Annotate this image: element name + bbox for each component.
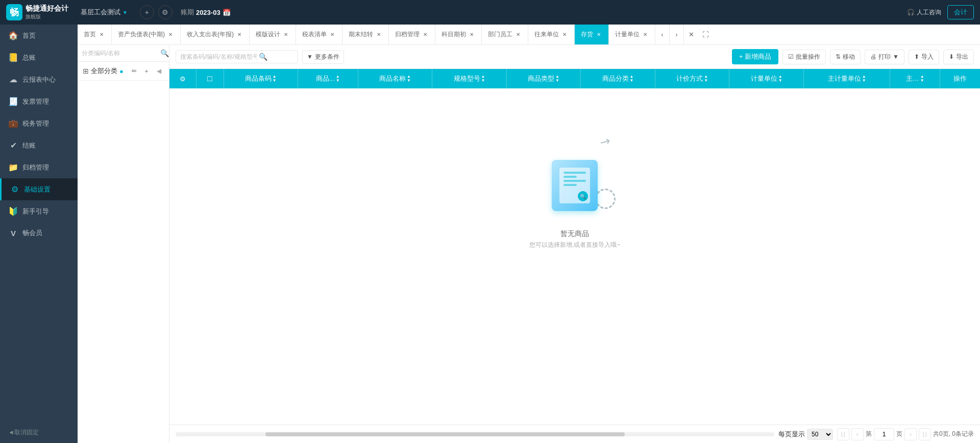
per-page-selector: 每页显示 50 10 20 100 <box>778 429 833 440</box>
sidebar-label-member: 畅会员 <box>22 228 42 238</box>
horizontal-scrollbar[interactable] <box>176 432 774 436</box>
sidebar-item-member[interactable]: V 畅会员 <box>0 222 78 244</box>
sidebar-item-cloud-report[interactable]: ☁ 云报表中心 <box>0 68 78 90</box>
sort-type-icon: ▲▼ <box>555 75 559 83</box>
import-label: 导入 <box>921 53 934 61</box>
all-categories[interactable]: ⊞ 全部分类 ● ✏ ＋ ◀ <box>78 62 169 81</box>
col-unit[interactable]: 计量单位 ▲▼ <box>729 69 804 88</box>
tab-expand-button[interactable]: ⛶ <box>698 25 713 45</box>
col-name[interactable]: 商品名称 ▲▼ <box>358 69 432 88</box>
tab-balance-sheet-close[interactable]: ✕ <box>167 31 174 38</box>
tab-prev-button[interactable]: ‹ <box>655 25 670 45</box>
per-page-dropdown[interactable]: 50 10 20 100 <box>807 429 833 440</box>
sidebar-item-home[interactable]: 🏠 首页 <box>0 25 78 46</box>
col-spec[interactable]: 规格型号 ▲▼ <box>432 69 507 88</box>
main-search-input[interactable] <box>180 53 257 60</box>
tab-dept-employee[interactable]: 部门员工 ✕ <box>482 25 528 44</box>
sidebar-label-close-account: 结账 <box>22 141 36 150</box>
category-search-icon[interactable]: 🔍 <box>160 49 169 57</box>
tab-tax-list-close[interactable]: ✕ <box>329 31 336 38</box>
workspace-selector[interactable]: 基层工会测试 ▼ <box>77 6 132 19</box>
sidebar-item-tax[interactable]: 💼 税务管理 <box>0 112 78 134</box>
archive-icon: 📁 <box>8 162 18 172</box>
more-filter-button[interactable]: ▼ 更多条件 <box>302 50 344 64</box>
print-button[interactable]: 🖨 打印 ▼ <box>865 50 904 64</box>
col-extra[interactable]: 主… ▲▼ <box>890 69 940 88</box>
settings-icon-btn[interactable]: ⚙ <box>158 5 173 19</box>
tab-archive[interactable]: 归档管理 ✕ <box>389 25 435 44</box>
tab-unit[interactable]: 计量单位 ✕ <box>609 25 655 44</box>
tab-next-button[interactable]: › <box>670 25 684 45</box>
tab-inventory-label: 存货 <box>581 30 593 39</box>
tab-balance-sheet[interactable]: 资产负债表(中期) ✕ <box>112 25 181 44</box>
sidebar-item-basic-settings[interactable]: ⚙ 基础设置 <box>0 178 78 200</box>
tab-vendor-close[interactable]: ✕ <box>561 31 568 38</box>
total-records-label: 共0页, 0条记录 <box>933 430 974 438</box>
export-button[interactable]: ⬇ 导出 <box>943 50 974 64</box>
period-calendar-icon[interactable]: 📅 <box>223 9 231 16</box>
category-search-input[interactable] <box>82 50 158 57</box>
import-button[interactable]: ⬆ 导入 <box>909 50 939 64</box>
move-label: 移动 <box>843 53 855 61</box>
add-category-button[interactable]: ＋ <box>141 66 152 76</box>
tab-income-report-close[interactable]: ✕ <box>236 31 243 38</box>
col-checkbox[interactable]: ☐ <box>197 69 224 88</box>
guide-icon: 🔰 <box>8 206 18 216</box>
tab-archive-close[interactable]: ✕ <box>422 31 429 38</box>
account-button[interactable]: 会计 <box>947 5 974 19</box>
tab-period-transfer-close[interactable]: ✕ <box>375 31 382 38</box>
move-button[interactable]: ⇅ 移动 <box>830 50 861 64</box>
tab-subject-init[interactable]: 科目期初 ✕ <box>435 25 482 44</box>
col-category[interactable]: 商品分类 ▲▼ <box>581 69 655 88</box>
tab-vendor[interactable]: 往来单位 ✕ <box>528 25 575 44</box>
sidebar-item-guide[interactable]: 🔰 新手引导 <box>0 200 78 222</box>
sidebar-item-close-account[interactable]: ✔ 结账 <box>0 134 78 156</box>
consultant-button[interactable]: 🎧 人工咨询 <box>907 8 941 17</box>
next-page-button[interactable]: › <box>904 428 917 440</box>
last-page-button[interactable]: ⟩⟩ <box>919 428 931 440</box>
sidebar-item-invoice[interactable]: 🧾 发票管理 <box>0 90 78 112</box>
batch-ops-label: 批量操作 <box>796 53 820 61</box>
tab-subject-init-close[interactable]: ✕ <box>468 31 475 38</box>
sort-unit-icon: ▲▼ <box>778 75 782 83</box>
tab-period-transfer[interactable]: 期末结转 ✕ <box>342 25 389 44</box>
main-search-box: 🔍 <box>176 50 298 63</box>
col-pricing[interactable]: 计价方式 ▲▼ <box>655 69 729 88</box>
tab-home[interactable]: 首页 ✕ <box>78 25 112 44</box>
col-barcode[interactable]: 商品条码 ▲▼ <box>224 69 298 88</box>
empty-illustration: ↗ <box>524 129 626 221</box>
tab-template-design-close[interactable]: ✕ <box>282 31 289 38</box>
tab-tax-list[interactable]: 税表清单 ✕ <box>296 25 342 44</box>
tab-home-close[interactable]: ✕ <box>98 31 105 38</box>
tab-close-all-button[interactable]: ✕ <box>684 25 698 45</box>
collapse-panel-button[interactable]: ◀ <box>154 66 164 76</box>
first-page-button[interactable]: ⟨⟨ <box>837 428 849 440</box>
add-button[interactable]: + <box>140 5 154 19</box>
tab-template-design[interactable]: 模版设计 ✕ <box>250 25 296 44</box>
add-product-label: + 新增商品 <box>739 52 771 61</box>
tab-dept-employee-close[interactable]: ✕ <box>514 31 522 38</box>
sidebar-item-archive[interactable]: 📁 归档管理 <box>0 156 78 178</box>
col-main-unit[interactable]: 主计量单位 ▲▼ <box>803 69 890 88</box>
batch-ops-button[interactable]: ☑ 批量操作 <box>782 50 826 64</box>
prev-page-button[interactable]: ‹ <box>851 428 864 440</box>
col-settings[interactable]: ⚙ <box>169 69 197 88</box>
tab-inventory-close[interactable]: ✕ <box>595 31 602 38</box>
workspace-dropdown-icon: ▼ <box>122 10 128 15</box>
sidebar-item-ledger[interactable]: 📒 总账 <box>0 46 78 68</box>
tab-unit-close[interactable]: ✕ <box>642 31 649 38</box>
page-number-input[interactable] <box>874 428 894 440</box>
add-product-button[interactable]: + 新增商品 <box>732 49 778 64</box>
edit-category-button[interactable]: ✏ <box>129 66 139 76</box>
col-type[interactable]: 商品类型 ▲▼ <box>506 69 581 88</box>
empty-desc: 您可以选择新增,或者直接导入哦~ <box>529 241 620 249</box>
tab-inventory[interactable]: 存货 ✕ <box>575 25 609 44</box>
sidebar-unpin-button[interactable]: ◄取消固定 <box>0 422 78 443</box>
tab-income-report[interactable]: 收入支出表(年报) ✕ <box>181 25 250 44</box>
data-table: ⚙ ☐ 商品条码 ▲▼ <box>169 69 980 290</box>
sort-category-icon: ▲▼ <box>630 75 634 83</box>
empty-doc-line-4 <box>564 184 577 186</box>
main-search-icon[interactable]: 🔍 <box>259 53 267 61</box>
app-logo-icon: 畅 <box>6 4 22 20</box>
col-code[interactable]: 商品... ▲▼ <box>298 69 358 88</box>
